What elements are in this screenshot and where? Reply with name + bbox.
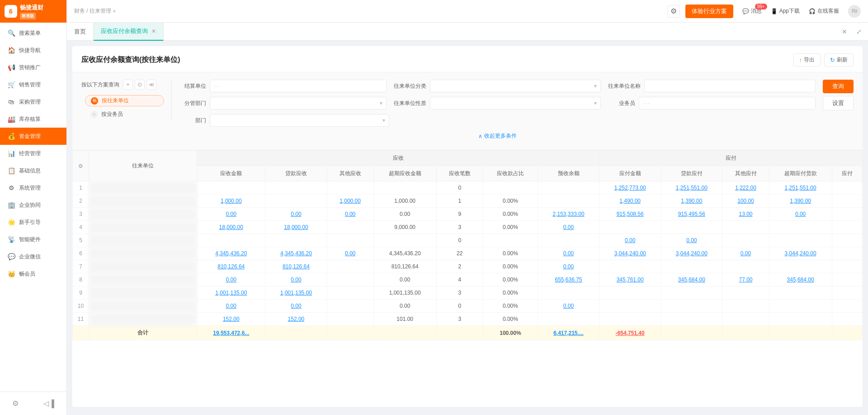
- table-settings-icon[interactable]: ⚙: [78, 163, 83, 169]
- filter-field-unit-category: 往来单位分类 ▾: [394, 80, 601, 92]
- sidebar-item-ops[interactable]: 📊经营管理: [0, 145, 66, 162]
- sidebar-item-marketing[interactable]: 📢营销推广: [0, 59, 66, 76]
- settlement-unit-input[interactable]: ···: [210, 80, 387, 92]
- main-content: 应收应付余额查询(按往来单位) ↑ 导出 ↻ 刷新 按以下方案查询: [67, 41, 868, 415]
- collapse-up-icon: ∧: [478, 133, 482, 139]
- corp-icon: 🏢: [7, 201, 15, 209]
- finance-icon: 💰: [7, 132, 15, 140]
- filter-field-dept: 分管部门 ▾: [179, 97, 387, 110]
- table-row: 2 1,000.00 1,000.00 1,000.00 1 0.00% 1,4…: [73, 195, 863, 208]
- header-chevron-icon: ▾: [113, 8, 116, 14]
- header-gear-btn[interactable]: ⚙: [667, 5, 680, 18]
- filter-more-btn[interactable]: ≪: [146, 80, 156, 90]
- header-breadcrumb: 财务 / 往来管理 ▾: [74, 7, 667, 15]
- table-row: 3 0.00 0.00 0.00 0.00 9 0.00% 2,153,333.…: [73, 208, 863, 221]
- refresh-button[interactable]: ↻ 刷新: [824, 53, 854, 67]
- table-row: 4 18,000.00 18,000.00 9,000.00 3 0.00% 0…: [73, 221, 863, 234]
- tab-query[interactable]: 应收应付余额查询 ✕: [94, 23, 164, 41]
- filter-edit-btn[interactable]: ⊙: [135, 80, 145, 90]
- filter-add-btn[interactable]: +: [123, 80, 133, 90]
- message-icon: 💬: [742, 8, 749, 14]
- export-button[interactable]: ↑ 导出: [793, 53, 821, 67]
- sidebar-item-system[interactable]: ⚙系统管理: [0, 179, 66, 196]
- sidebar-item-corp[interactable]: 🏢企业协同: [0, 196, 66, 214]
- sidebar-item-wechat[interactable]: 💬企业微信: [0, 248, 66, 265]
- unit-name-cell: [89, 313, 197, 326]
- sidebar-logo: 6 畅捷通财 标准版: [0, 0, 66, 23]
- th-yf-je: 应付金额: [599, 166, 661, 181]
- sidebar-item-guide[interactable]: 🌟新手引导: [0, 214, 66, 231]
- unit-nature-input[interactable]: ▾: [430, 97, 601, 110]
- table-row: 7 810,126.64 810,126.64 810,126.64 2 0.0…: [73, 260, 863, 273]
- total-label: 合计: [89, 326, 197, 340]
- marketing-icon: 📢: [7, 63, 15, 72]
- tab-close-btn[interactable]: ✕: [151, 28, 156, 34]
- app-download-btn[interactable]: 📱 App下载: [771, 7, 800, 15]
- tab-home[interactable]: 首页: [67, 23, 94, 41]
- sidebar-menu: 🔍搜索菜单🏠快捷导航📢营销推广🛒销售管理🛍采购管理🏭库存核算💰资金管理📊经营管理…: [0, 23, 66, 391]
- nature-arrow-icon: ▾: [594, 100, 597, 106]
- sidebar-item-sales[interactable]: 🛒销售管理: [0, 76, 66, 93]
- unit-name-cell: [89, 273, 197, 286]
- unit-category-input[interactable]: ▾: [430, 80, 601, 92]
- query-button[interactable]: 查询: [823, 80, 854, 93]
- filter-fields: 结算单位 ··· 往来单位分类 ▾: [179, 80, 816, 143]
- solution-button[interactable]: 体验行业方案: [685, 5, 733, 18]
- filter-field-salesperson: 业务员 ···: [608, 97, 816, 110]
- logo-icon: 6: [5, 5, 17, 18]
- filter-collapse-btn[interactable]: ∧ 收起更多条件: [179, 129, 816, 143]
- header-path: 财务 / 往来管理 ▾: [74, 7, 116, 15]
- purchase-icon: 🛍: [7, 98, 15, 106]
- total-yushou[interactable]: 6,417,215....: [538, 326, 599, 340]
- sidebar-item-finance[interactable]: 💰资金管理: [0, 128, 66, 145]
- tab-close-window-btn[interactable]: ✕: [839, 26, 850, 37]
- header-right: 💬 消息 99+ 📱 App下载 🎧 在线客服 Rit: [742, 5, 861, 18]
- filter-field-department: 部门 ▾: [179, 114, 389, 127]
- filter-area: 按以下方案查询 + ⊙ ≪ 畅 按往来单位 ○: [72, 72, 863, 150]
- setting-button[interactable]: 设置: [823, 96, 854, 110]
- header-path-text: 财务 / 往来管理: [74, 7, 111, 15]
- message-btn[interactable]: 💬 消息 99+: [742, 7, 762, 15]
- quicknav-icon: 🏠: [7, 46, 15, 54]
- sidebar-item-search[interactable]: 🔍搜索菜单: [0, 24, 66, 42]
- sidebar-item-basic[interactable]: 📋基础信息: [0, 162, 66, 179]
- total-row: 合计 19,553,472,6... 100.00% 6,417,215....…: [73, 326, 863, 340]
- table-row: 6 4,345,436.20 4,345,436.20 0.00 4,345,4…: [73, 247, 863, 260]
- scheme-sales-btn[interactable]: ○ 按业务员: [85, 109, 164, 119]
- sidebar-item-hardware[interactable]: 📡智能硬件: [0, 231, 66, 248]
- tab-bar: 首页 应收应付余额查询 ✕ ✕ ⤢: [67, 23, 868, 41]
- table-container: ⚙ 往来单位 应收 应付 应收金额 贷款应收 其他应收 超期应收金额 应收笔数 …: [72, 150, 863, 340]
- salesperson-input[interactable]: ···: [639, 97, 816, 110]
- table-row: 5 0 0.00 0.00: [73, 234, 863, 247]
- app-download-icon: 📱: [771, 8, 778, 14]
- sidebar-item-inventory[interactable]: 🏭库存核算: [0, 110, 66, 128]
- total-yf-je[interactable]: -654,751.40: [599, 326, 661, 340]
- unit-name-cell: [89, 247, 197, 260]
- sidebar-item-purchase[interactable]: 🛍采购管理: [0, 93, 66, 110]
- scheme-plain-icon: ○: [90, 111, 98, 118]
- filter-field-settlement: 结算单位 ···: [179, 80, 387, 92]
- th-unit: 往来单位: [89, 151, 197, 181]
- tab-maximize-btn[interactable]: ⤢: [854, 26, 864, 37]
- table-row: 1 0 1,252,773.00 1,251,551.00 1,222.00 1…: [73, 181, 863, 195]
- total-ys-zb: 100.00%: [483, 326, 538, 340]
- page-title: 应收应付余额查询(按往来单位): [81, 55, 180, 65]
- online-service-icon: 🎧: [809, 8, 816, 14]
- dept-input[interactable]: ▾: [210, 97, 387, 110]
- th-yf-cq: 超期应付货款: [769, 166, 832, 181]
- th-ys-je: 应收金额: [197, 166, 265, 181]
- unit-name-input[interactable]: [644, 80, 816, 92]
- sidebar-item-quicknav[interactable]: 🏠快捷导航: [0, 42, 66, 59]
- scheme-unit-btn[interactable]: 畅 按往来单位: [85, 95, 164, 106]
- unit-name-cell: [89, 234, 197, 247]
- page-header-actions: ↑ 导出 ↻ 刷新: [793, 53, 854, 67]
- search-icon: 🔍: [7, 29, 15, 37]
- sidebar-item-member[interactable]: 👑畅会员: [0, 265, 66, 282]
- sidebar-collapse-btn[interactable]: ◁▐: [41, 396, 57, 410]
- sidebar-settings-btn[interactable]: ⚙: [9, 396, 21, 410]
- user-avatar-btn[interactable]: Rit: [848, 5, 861, 18]
- total-ys-je[interactable]: 19,553,472,6...: [197, 326, 265, 340]
- department-input[interactable]: ▾: [210, 114, 389, 127]
- online-service-btn[interactable]: 🎧 在线客服: [809, 7, 839, 15]
- filter-field-unit-name: 往来单位名称: [608, 80, 816, 92]
